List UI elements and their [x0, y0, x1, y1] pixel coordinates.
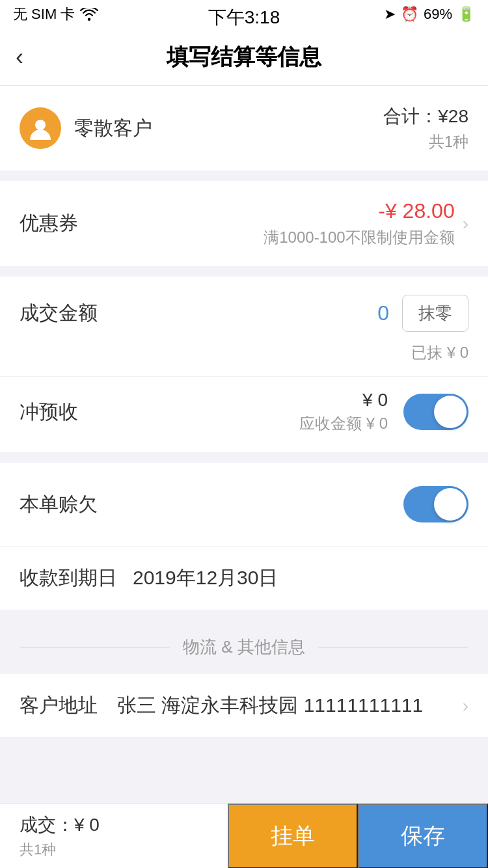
address-value: 张三 海淀永丰科技园 11111111111 — [117, 692, 455, 719]
status-bar-time: 下午3:18 — [208, 5, 280, 30]
bottom-deal: 成交：¥ 0 — [20, 813, 208, 837]
coupon-section[interactable]: 优惠券 -¥ 28.00 满1000-100不限制使用金额 › — [0, 181, 488, 266]
bottom-bar: 成交：¥ 0 共1种 挂单 保存 — [0, 803, 488, 868]
coupon-amount: -¥ 28.00 — [264, 199, 454, 223]
logistics-label: 物流 & 其他信息 — [170, 636, 318, 658]
deal-label: 成交： — [20, 815, 74, 835]
due-date-value: 2019年12月30日 — [133, 565, 278, 591]
page-title: 填写结算等信息 — [167, 42, 321, 72]
prepay-amount: ¥ 0 — [299, 390, 388, 411]
transaction-section: 成交金额 0 抹零 已抹 ¥ 0 冲预收 ¥ 0 应收金额 ¥ 0 — [0, 277, 488, 452]
transaction-sub: 已抹 ¥ 0 — [0, 342, 488, 376]
due-date-label: 收款到期日 — [20, 565, 117, 591]
customer-section: 零散客户 合计：¥28 共1种 — [0, 86, 488, 170]
status-bar: 无 SIM 卡 下午3:18 ➤ ⏰ 69% 🔋 — [0, 0, 488, 29]
debt-section: 本单赊欠 收款到期日 2019年12月30日 — [0, 463, 488, 610]
debt-toggle-knob — [434, 488, 467, 521]
debt-toggle[interactable] — [403, 486, 468, 522]
prepay-toggle[interactable] — [403, 394, 468, 430]
divider-left — [20, 647, 170, 647]
back-button[interactable]: ‹ — [16, 44, 23, 71]
round-button[interactable]: 抹零 — [402, 295, 468, 332]
divider-right — [318, 647, 468, 647]
customer-left: 零散客户 — [20, 107, 152, 149]
coupon-row[interactable]: 优惠券 -¥ 28.00 满1000-100不限制使用金额 › — [0, 181, 488, 266]
address-section[interactable]: 客户地址 张三 海淀永丰科技园 11111111111 › — [0, 674, 488, 738]
customer-count: 共1种 — [383, 131, 468, 152]
coupon-right: -¥ 28.00 满1000-100不限制使用金额 › — [264, 199, 468, 248]
chevron-right-icon: › — [463, 213, 468, 234]
coupon-desc: 满1000-100不限制使用金额 — [264, 227, 454, 248]
alarm-icon: ⏰ — [401, 6, 418, 23]
debt-row: 本单赊欠 — [0, 463, 488, 546]
transaction-value: 0 — [377, 301, 389, 325]
battery-percent: 69% — [424, 6, 452, 23]
avatar — [20, 107, 61, 149]
prepay-row: 冲预收 ¥ 0 应收金额 ¥ 0 — [0, 376, 488, 452]
bottom-count: 共1种 — [20, 840, 208, 860]
hold-button[interactable]: 挂单 — [228, 804, 358, 868]
address-row[interactable]: 客户地址 张三 海淀永丰科技园 11111111111 › — [0, 674, 488, 738]
address-key: 客户地址 — [20, 692, 98, 719]
prepay-values: ¥ 0 应收金额 ¥ 0 — [299, 390, 388, 434]
deal-amount: ¥ 0 — [74, 815, 100, 835]
transaction-row: 成交金额 0 抹零 — [0, 277, 488, 342]
save-button[interactable]: 保存 — [358, 804, 488, 868]
user-icon — [27, 115, 53, 141]
status-bar-right: ➤ ⏰ 69% 🔋 — [384, 6, 475, 23]
prepay-label: 冲预收 — [20, 399, 78, 426]
chevron-right-icon: › — [463, 696, 468, 716]
wifi-icon — [80, 8, 98, 21]
prepay-sub: 应收金额 ¥ 0 — [299, 413, 388, 434]
location-icon: ➤ — [384, 6, 396, 23]
date-row: 收款到期日 2019年12月30日 — [0, 546, 488, 610]
battery-icon: 🔋 — [457, 6, 475, 23]
coupon-info: -¥ 28.00 满1000-100不限制使用金额 — [264, 199, 454, 248]
transaction-right: 0 抹零 — [377, 295, 468, 332]
coupon-label: 优惠券 — [20, 210, 78, 237]
prepay-right: ¥ 0 应收金额 ¥ 0 — [299, 390, 468, 434]
customer-total: 合计：¥28 — [383, 104, 468, 129]
nav-bar: ‹ 填写结算等信息 — [0, 29, 488, 86]
toggle-knob — [434, 396, 467, 428]
transaction-label: 成交金额 — [20, 300, 98, 327]
customer-row: 零散客户 合计：¥28 共1种 — [0, 86, 488, 170]
logistics-header: 物流 & 其他信息 — [0, 620, 488, 674]
customer-name: 零散客户 — [74, 115, 152, 142]
status-bar-left: 无 SIM 卡 — [13, 5, 98, 24]
sim-status: 无 SIM 卡 — [13, 5, 75, 24]
bottom-info: 成交：¥ 0 共1种 — [0, 804, 228, 868]
customer-right: 合计：¥28 共1种 — [383, 104, 468, 152]
svg-point-0 — [35, 120, 46, 130]
debt-label: 本单赊欠 — [20, 491, 98, 518]
